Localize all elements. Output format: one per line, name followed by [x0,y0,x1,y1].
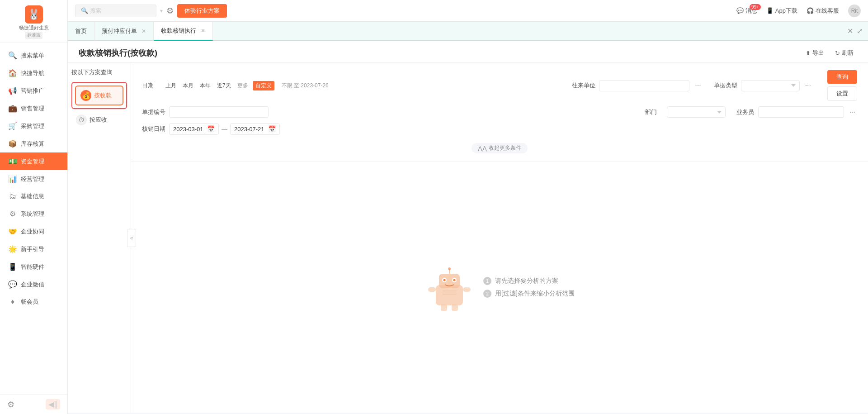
voucher-no-input[interactable] [169,106,269,118]
online-service-button[interactable]: 🎧 在线客服 [807,7,839,15]
main-content-area: 日期 上月 本月 本年 近7天 更多 自定义 不限 至 2023-07-26 [131,63,868,413]
online-service-label: 在线客服 [816,7,839,15]
filter-panel-collapse-button[interactable]: « [127,229,136,247]
staff-more-icon[interactable]: ··· [848,108,857,116]
export-button[interactable]: ⬆ 导出 [802,47,828,59]
wechat-icon: 💬 [8,280,17,289]
sidebar-item-label: 系统管理 [21,210,44,218]
page-actions: ⬆ 导出 ↻ 刷新 [802,47,857,59]
tab-prepay[interactable]: 预付冲应付单 ✕ [94,22,154,41]
last-month-btn[interactable]: 上月 [164,81,178,90]
empty-illustration [425,265,470,310]
collapse-sidebar-button[interactable]: ◀‖ [46,399,60,409]
collapse-up-icon: ⋀⋀ [478,145,487,152]
purchase-icon: 🛒 [8,122,17,130]
settings-button[interactable]: 设置 [827,86,857,101]
global-search[interactable]: 🔍 搜索 [75,5,156,17]
svg-point-4 [443,279,446,281]
svg-rect-8 [428,287,436,292]
sidebar-item-system[interactable]: ⚙ 系统管理 [0,205,67,223]
filter-item-by-receivable[interactable]: ⏱ 按应收 [71,111,127,129]
counterparty-more-icon[interactable]: ··· [693,81,703,90]
sidebar-item-search[interactable]: 🔍 搜索菜单 [0,47,67,64]
verify-date-end-value: 2023-07-21 [234,126,264,133]
more-date-btn[interactable]: 更多 [236,81,250,90]
topbar-gear-icon[interactable]: ⚙ [166,6,174,16]
page-title: 收款核销执行(按收款) [79,48,157,58]
close-all-tabs-icon[interactable]: ✕ [847,27,853,35]
tab-collection-label: 收款核销执行 [161,27,196,35]
tab-prepay-close-icon[interactable]: ✕ [142,28,146,34]
filter-row-2: 单据编号 部门 业务员 ··· [142,106,857,118]
filter-row-1: 日期 上月 本月 本年 近7天 更多 自定义 不限 至 2023-07-26 [142,70,857,101]
main-area: 🔍 搜索 ▾ ⚙ 体验行业方案 💬 消息 99+ 📱 App下载 🎧 在线客服 [68,0,868,414]
this-month-btn[interactable]: 本月 [181,81,195,90]
industry-solution-button[interactable]: 体验行业方案 [177,4,227,18]
verify-date-end-input[interactable]: 2023-07-21 📅 [230,123,280,135]
sidebar-item-purchase[interactable]: 🛒 采购管理 [0,117,67,135]
last-7-days-btn[interactable]: 近7天 [215,81,233,90]
tab-collection[interactable]: 收款核销执行 ✕ [154,22,213,41]
filter-item-by-receipt[interactable]: 💰 按收款 [75,86,123,105]
this-year-btn[interactable]: 本年 [198,81,212,90]
hint-text-2: 用[过滤]条件来缩小分析范围 [495,290,575,298]
tab-home[interactable]: 首页 [68,22,94,41]
sidebar-item-basic[interactable]: 🗂 基础信息 [0,188,67,205]
inventory-icon: 📦 [8,139,17,148]
logo-icon: 🐰 [25,5,43,24]
app-name: 畅捷通好生意 [19,24,49,31]
sidebar-item-marketing[interactable]: 📢 营销推广 [0,82,67,100]
settings-icon[interactable]: ⚙ [7,400,14,409]
verify-date-start-value: 2023-03-01 [173,126,203,133]
home-icon: 🏠 [8,69,17,77]
sidebar-item-label: 采购管理 [21,122,44,130]
user-profile[interactable]: Rit [848,5,861,17]
collapse-more-conditions[interactable]: ⋀⋀ 收起更多条件 [142,140,857,158]
refresh-label: 刷新 [842,49,854,57]
empty-hints: 1 请先选择要分析的方案 2 用[过滤]条件来缩小分析范围 [483,277,575,298]
sidebar-item-sales[interactable]: 💼 销售管理 [0,100,67,117]
sidebar-item-label: 库存核算 [21,140,44,148]
sidebar-item-hardware[interactable]: 📱 智能硬件 [0,258,67,276]
staff-input[interactable] [758,106,844,118]
app-download-label: App下载 [775,7,797,15]
system-icon: ⚙ [8,209,17,218]
sidebar-item-member[interactable]: ♦ 畅会员 [0,293,67,310]
tabbar-actions: ✕ ⤢ [847,27,868,35]
collab-icon: 🤝 [8,227,17,236]
sidebar-item-wechat[interactable]: 💬 企业微信 [0,276,67,293]
custom-date-btn[interactable]: 自定义 [253,81,274,90]
sidebar-item-collab[interactable]: 🤝 企业协同 [0,223,67,240]
verify-date-range: 2023-03-01 📅 — 2023-07-21 📅 [169,123,280,135]
counterparty-input[interactable] [599,80,689,91]
calendar-end-icon: 📅 [268,125,276,133]
app-download-button[interactable]: 📱 App下载 [766,7,797,15]
refresh-button[interactable]: ↻ 刷新 [831,47,857,59]
sidebar-item-ops[interactable]: 📊 经营管理 [0,170,67,188]
empty-state: 1 请先选择要分析的方案 2 用[过滤]条件来缩小分析范围 [131,162,868,413]
staff-field: 业务员 ··· [736,106,857,118]
date-shortcuts: 上月 本月 本年 近7天 更多 自定义 [164,81,274,90]
dept-label: 部门 [645,108,663,116]
message-icon: 💬 [736,7,744,14]
sidebar-item-quick-nav[interactable]: 🏠 快捷导航 [0,64,67,82]
sidebar-item-capital[interactable]: 💵 资金管理 [0,152,67,170]
sidebar-item-guide[interactable]: 🌟 新手引导 [0,240,67,258]
filter-panel-title: 按以下方案查询 [71,68,127,76]
tab-collection-close-icon[interactable]: ✕ [201,28,205,34]
expand-icon[interactable]: ⤢ [857,27,863,35]
voucher-type-more-icon[interactable]: ··· [803,81,813,90]
verify-date-start-input[interactable]: 2023-03-01 📅 [169,123,219,135]
query-button[interactable]: 查询 [827,70,857,84]
export-icon: ⬆ [806,50,811,57]
search-dropdown-arrow[interactable]: ▾ [160,8,163,14]
download-icon: 📱 [766,7,774,14]
page-header: 收款核销执行(按收款) ⬆ 导出 ↻ 刷新 [68,41,868,63]
sidebar-item-inventory[interactable]: 📦 库存核算 [0,135,67,152]
message-button[interactable]: 💬 消息 99+ [736,7,757,15]
tab-prepay-label: 预付冲应付单 [102,27,137,35]
dept-select[interactable] [667,106,726,118]
voucher-no-field: 单据编号 [142,106,269,118]
voucher-type-select[interactable] [741,80,800,91]
verify-date-field: 核销日期 2023-03-01 📅 — 2023-07-21 📅 [142,123,280,135]
